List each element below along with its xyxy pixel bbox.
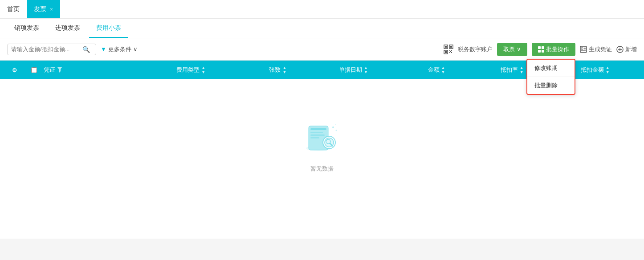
- svg-rect-9: [451, 52, 452, 53]
- th-voucher-label: 凭证: [44, 66, 55, 74]
- svg-rect-11: [538, 46, 541, 49]
- svg-rect-10: [450, 51, 451, 52]
- svg-rect-5: [445, 51, 447, 53]
- take-ticket-label: 取票: [503, 45, 515, 53]
- svg-rect-29: [310, 137, 319, 138]
- empty-text: 暂无数据: [310, 165, 334, 173]
- batch-button[interactable]: 批量操作: [532, 43, 575, 56]
- sort-arrows-date: ▲▼: [364, 66, 368, 74]
- svg-rect-12: [542, 46, 544, 49]
- filter-icon: ▼: [101, 46, 106, 53]
- batch-wrapper: 批量操作 修改账期 批量删除: [532, 43, 575, 56]
- svg-point-35: [336, 130, 337, 131]
- tab-purchase-invoice[interactable]: 进项发票: [48, 19, 87, 38]
- svg-rect-6: [449, 50, 450, 51]
- settings-icon[interactable]: ⚙: [12, 67, 17, 73]
- th-count: 张数 ▲▼: [248, 66, 308, 74]
- th-voucher: 凭证: [42, 66, 135, 74]
- th-amount: 金额 ▲▼: [399, 66, 474, 74]
- tab-sales-label: 销项发票: [14, 24, 39, 32]
- svg-marker-23: [57, 67, 62, 73]
- nav-home[interactable]: 首页: [0, 0, 27, 18]
- sort-arrows-deduct-rate: ▲▼: [520, 66, 524, 74]
- svg-rect-13: [538, 50, 541, 53]
- sort-arrows-deduct-amount: ▲▼: [606, 66, 610, 74]
- batch-label: 批量操作: [546, 45, 569, 53]
- toolbar: 🔍 ▼ 更多条件 ∨ 税务数字账户 取票 ∨: [0, 38, 644, 61]
- take-ticket-chevron: ∨: [517, 46, 521, 53]
- filter-chevron: ∨: [133, 46, 138, 53]
- sort-arrows-count: ▲▼: [282, 66, 286, 74]
- filter-button[interactable]: ▼ 更多条件 ∨: [101, 45, 138, 53]
- th-settings: ⚙: [4, 67, 26, 73]
- svg-rect-16: [581, 48, 583, 49]
- dropdown-item-batch-delete[interactable]: 批量删除: [527, 77, 575, 94]
- qr-button[interactable]: [444, 45, 453, 54]
- nav-tab-invoices[interactable]: 发票 ×: [27, 0, 60, 18]
- nav-tab-label: 发票: [34, 5, 46, 13]
- svg-rect-28: [310, 134, 325, 136]
- top-nav: 首页 发票 ×: [0, 0, 644, 19]
- th-expense-type-label: 费用类型: [176, 66, 200, 74]
- add-button[interactable]: 新增: [616, 45, 637, 53]
- th-deduct-amount-label: 抵扣金额: [581, 66, 604, 74]
- search-icon[interactable]: 🔍: [82, 46, 90, 53]
- th-date-label: 单据日期: [339, 66, 362, 74]
- generate-voucher-button[interactable]: 生成凭证: [580, 45, 612, 53]
- sort-arrows-expense: ▲▼: [201, 66, 205, 74]
- select-all-checkbox[interactable]: [31, 67, 37, 73]
- generate-voucher-icon: [580, 46, 587, 53]
- svg-rect-26: [310, 128, 326, 130]
- th-checkbox: [26, 67, 42, 73]
- add-label: 新增: [625, 45, 637, 53]
- svg-rect-3: [450, 46, 452, 48]
- sort-arrows-amount: ▲▼: [441, 66, 445, 74]
- tab-sales-invoice[interactable]: 销项发票: [7, 19, 46, 38]
- dropdown-item-modify-period[interactable]: 修改账期: [527, 60, 575, 77]
- svg-point-36: [335, 124, 336, 125]
- voucher-filter-icon[interactable]: [57, 67, 62, 73]
- generate-voucher-label: 生成凭证: [589, 45, 612, 53]
- svg-point-34: [332, 126, 334, 128]
- tab-expense-label: 费用小票: [96, 24, 121, 32]
- filter-label: 更多条件: [108, 45, 131, 53]
- th-amount-label: 金额: [428, 66, 440, 74]
- search-input[interactable]: [11, 46, 82, 53]
- empty-state: 暂无数据: [0, 79, 644, 191]
- tab-purchase-label: 进项发票: [55, 24, 80, 32]
- svg-rect-1: [445, 46, 447, 48]
- search-wrapper: 🔍: [7, 44, 96, 55]
- add-icon: [616, 46, 624, 53]
- th-deduct-rate-label: 抵扣率: [501, 66, 518, 74]
- take-ticket-button[interactable]: 取票 ∨: [497, 43, 527, 56]
- tab-expense-receipt[interactable]: 费用小票: [89, 19, 128, 38]
- batch-icon: [538, 46, 544, 53]
- toolbar-left: 🔍 ▼ 更多条件 ∨: [7, 44, 439, 55]
- tax-account-button[interactable]: 税务数字账户: [458, 45, 493, 53]
- svg-rect-8: [449, 52, 450, 53]
- qr-icon: [444, 45, 453, 54]
- svg-rect-14: [542, 50, 544, 53]
- nav-tab-close[interactable]: ×: [50, 6, 53, 12]
- batch-dropdown: 修改账期 批量删除: [526, 59, 575, 95]
- empty-illustration: [300, 115, 344, 159]
- svg-rect-7: [451, 50, 452, 51]
- svg-rect-27: [310, 132, 323, 133]
- th-count-label: 张数: [269, 66, 281, 74]
- th-date: 单据日期 ▲▼: [308, 66, 399, 74]
- sub-tabs: 销项发票 进项发票 费用小票: [0, 19, 644, 38]
- th-expense-type: 费用类型 ▲▼: [135, 66, 248, 74]
